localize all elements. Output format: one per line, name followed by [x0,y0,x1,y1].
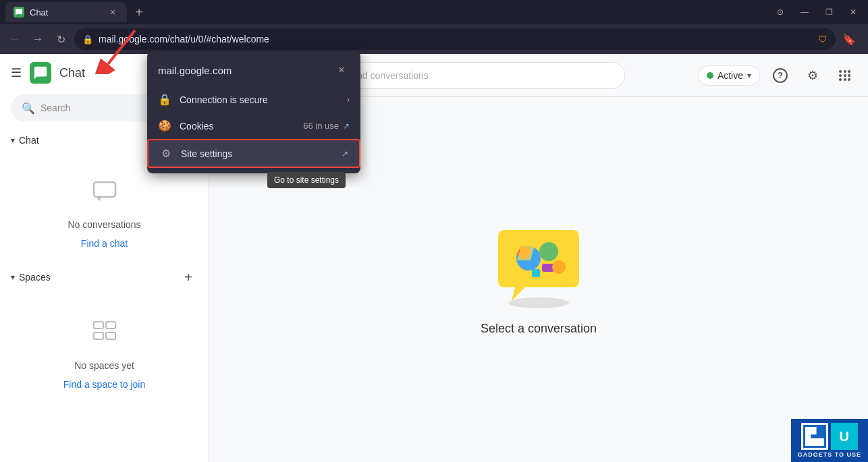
no-conversations-text: No conversations [67,219,140,230]
find-chat-link[interactable]: Find a chat [81,238,128,249]
svg-rect-5 [94,333,103,339]
no-spaces-icon [91,319,118,352]
find-space-link[interactable]: Find a space to join [63,379,145,390]
active-status-button[interactable]: Active ▾ [698,65,760,86]
help-button[interactable]: ? [768,63,792,88]
search-placeholder-text: Search [40,103,70,113]
svg-rect-13 [532,269,540,277]
bookmark-button[interactable]: 🔖 [840,30,859,49]
spaces-section-caret: ▾ [11,272,15,282]
tab-favicon [13,7,24,18]
watermark-text: GADGETS TO USE [798,451,861,458]
hamburger-menu-button[interactable]: ☰ [11,65,22,80]
address-text: mail.google.com/chat/u/0/#chat/welcome [99,34,813,45]
lock-icon: 🔒 [82,34,93,45]
site-settings-icon: ⚙ [159,147,173,160]
brave-shield-icon: 🛡 [818,34,828,45]
svg-point-7 [508,297,569,308]
site-settings-right: ↗ [342,149,348,158]
svg-rect-6 [106,333,115,339]
cookies-badge: 66 in use [303,121,339,131]
refresh-button[interactable]: ↻ [51,30,70,49]
cookies-text: Cookies [180,121,295,132]
new-tab-button[interactable]: + [130,3,148,22]
site-settings-ext-icon: ↗ [342,149,348,158]
svg-rect-2 [94,182,115,197]
browser-chrome: Chat × + ⊙ — ❐ ✕ ← → ↻ 🔒 mail.google.com… [0,0,868,54]
site-domain: mail.google.com [158,65,232,76]
app-area: ☰ Chat 🔍 Search ▾ Chat No conversations … [0,54,868,462]
watermark: U GADGETS TO USE [791,419,868,462]
chat-section-title: Chat [19,135,39,146]
settings-icon: ⚙ [807,68,818,83]
site-settings-text: Site settings [181,148,333,159]
address-bar-row: ← → ↻ 🔒 mail.google.com/chat/u/0/#chat/w… [0,24,868,54]
profile-icon[interactable]: ⊙ [771,3,790,22]
active-tab[interactable]: Chat × [5,2,127,22]
chat-section-caret: ▾ [11,136,15,145]
back-button[interactable]: ← [5,30,24,49]
app-logo [30,62,51,84]
forward-button[interactable]: → [28,30,47,49]
svg-point-12 [552,260,566,274]
cookies-icon: 🍪 [158,119,171,132]
svg-point-9 [539,242,558,261]
tab-title: Chat [30,7,101,18]
settings-button[interactable]: ⚙ [801,63,825,88]
site-settings-tooltip: Go to site settings [267,172,346,188]
connection-icon: 🔒 [158,93,171,106]
minimize-button[interactable]: — [795,3,814,22]
select-conversation-text: Select a conversation [481,322,597,336]
search-icon: 🔍 [22,102,35,115]
no-conversations-icon [91,178,118,211]
spaces-empty-state: No spaces yet Find a space to join [0,292,209,403]
connection-arrow: › [347,95,350,105]
cookies-right: 66 in use ↗ [303,121,350,131]
window-close-button[interactable]: ✕ [844,3,863,22]
svg-rect-4 [106,322,115,328]
dropdown-header: mail.google.com × [147,57,360,86]
help-icon: ? [773,68,788,83]
connection-text: Connection is secure [180,94,339,105]
spaces-section-title: Spaces [19,272,51,283]
maximize-button[interactable]: ❐ [819,3,838,22]
toolbar-right: Active ▾ ? ⚙ [698,63,857,88]
chat-illustration [485,223,593,311]
apps-button[interactable] [833,63,857,88]
tab-bar: Chat × + ⊙ — ❐ ✕ [0,0,868,24]
connection-item[interactable]: 🔒 Connection is secure › [147,86,360,113]
tab-close-button[interactable]: × [107,6,119,18]
spaces-section-header[interactable]: ▾ Spaces + [0,262,209,292]
cookies-item[interactable]: 🍪 Cookies 66 in use ↗ [147,113,360,139]
address-bar[interactable]: 🔒 mail.google.com/chat/u/0/#chat/welcome… [74,28,836,50]
active-label: Active [717,70,743,81]
site-settings-item[interactable]: ⚙ Site settings ↗ Go to site settings [147,139,360,168]
active-dot-indicator [707,72,713,79]
apps-grid-icon [839,70,851,81]
no-spaces-text: No spaces yet [74,360,134,371]
dropdown-close-button[interactable]: × [333,62,350,78]
add-space-button[interactable]: + [179,268,198,287]
cookies-ext-icon: ↗ [343,121,350,131]
site-info-dropdown: mail.google.com × 🔒 Connection is secure… [147,51,360,173]
svg-rect-3 [94,322,103,328]
active-caret-icon: ▾ [747,71,751,80]
app-name: Chat [59,66,85,80]
window-controls: ⊙ — ❐ ✕ [771,3,863,22]
